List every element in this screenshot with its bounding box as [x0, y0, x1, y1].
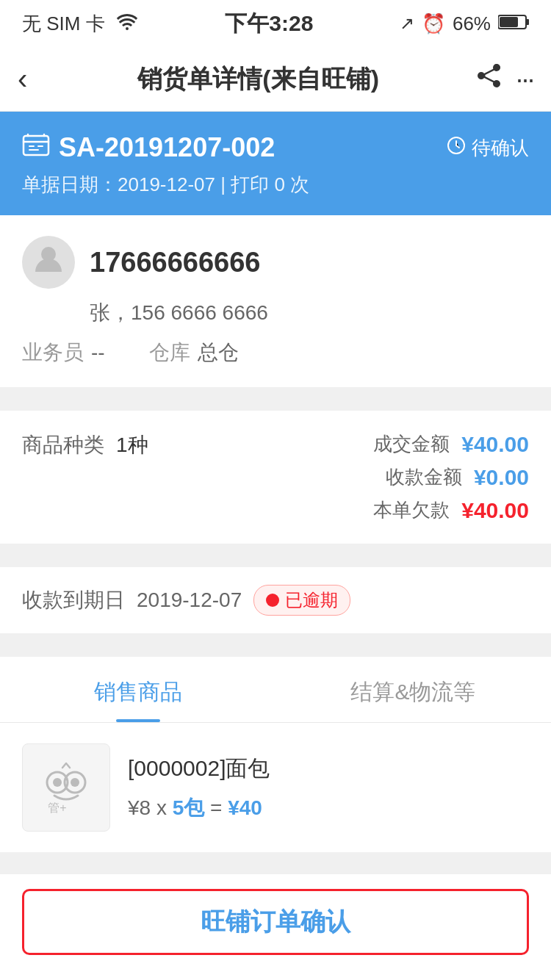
product-type-count: 1种: [116, 431, 148, 459]
customer-phone: 17666666666: [90, 247, 260, 278]
order-id-row: SA-20191207-002 待确认: [22, 132, 529, 163]
product-list: 管+ [0000002]面包 ¥8 x 5包 = ¥40: [0, 723, 551, 852]
order-number: SA-20191207-002: [59, 132, 275, 163]
overdue-badge: 已逾期: [253, 585, 350, 616]
divider-3: [0, 645, 551, 657]
avatar: [22, 236, 75, 289]
product-row: 管+ [0000002]面包 ¥8 x 5包 = ¥40: [22, 743, 529, 832]
status-text: 待确认: [472, 135, 529, 161]
deal-amount-row: 成交金额 ¥40.00: [373, 431, 529, 457]
more-icon[interactable]: ···: [516, 64, 533, 95]
svg-text:管+: 管+: [48, 801, 66, 813]
status-bar: 无 SIM 卡 下午3:28 ↗ ⏰ 66%: [0, 0, 551, 47]
order-status: 待确认: [447, 135, 529, 161]
order-date: 单据日期：2019-12-07 | 打印 0 次: [22, 172, 529, 198]
owed-value: ¥40.00: [461, 498, 529, 523]
svg-rect-1: [526, 19, 529, 25]
collected-amount-row: 收款金额 ¥0.00: [386, 464, 529, 490]
collected-value: ¥0.00: [474, 465, 529, 490]
order-id: SA-20191207-002: [22, 132, 275, 163]
customer-section: 17666666666 张，156 6666 6666 业务员 -- 仓库 总仓: [0, 215, 551, 387]
customer-meta: 业务员 -- 仓库 总仓: [22, 339, 529, 367]
status-left: 无 SIM 卡: [22, 11, 139, 37]
overdue-text: 已逾期: [285, 588, 338, 612]
sales-rep-value: --: [91, 341, 105, 364]
time-display: 下午3:28: [225, 9, 313, 39]
tabs-bar: 销售商品 结算&物流等: [0, 657, 551, 723]
alarm-icon: ⏰: [422, 12, 445, 35]
product-details: [0000002]面包 ¥8 x 5包 = ¥40: [128, 754, 529, 822]
warehouse-label: 仓库: [149, 339, 190, 367]
carrier-label: 无 SIM 卡: [22, 11, 105, 37]
nav-actions: ···: [478, 64, 533, 95]
summary-row: 商品种类 1种 成交金额 ¥40.00 收款金额 ¥0.00 本单欠款 ¥40.…: [22, 431, 529, 523]
tabs-section: 销售商品 结算&物流等 管+ [0000002]面包: [0, 657, 551, 852]
customer-row: 17666666666: [22, 236, 529, 289]
bottom-bar: 旺铺订单确认: [0, 874, 551, 980]
warehouse-item: 仓库 总仓: [149, 339, 239, 367]
tab-products[interactable]: 销售商品: [0, 657, 276, 722]
owed-amount-row: 本单欠款 ¥40.00: [373, 497, 529, 523]
product-type-label: 商品种类: [22, 431, 104, 459]
warehouse-value: 总仓: [198, 339, 239, 367]
product-thumbnail: 管+: [22, 743, 110, 832]
status-right: ↗ ⏰ 66%: [400, 12, 529, 35]
owed-label: 本单欠款: [373, 497, 450, 523]
location-icon: ↗: [400, 13, 414, 34]
overdue-dot-icon: [266, 594, 279, 607]
confirm-order-button[interactable]: 旺铺订单确认: [22, 889, 529, 955]
due-date-value: 2019-12-07: [137, 588, 242, 612]
page-title: 销货单详情(来自旺铺): [39, 62, 478, 96]
due-date-section: 收款到期日 2019-12-07 已逾期: [0, 567, 551, 633]
deal-amount-label: 成交金额: [373, 431, 450, 457]
tab-settlement[interactable]: 结算&物流等: [276, 657, 551, 722]
product-calculation: ¥8 x 5包 = ¥40: [128, 794, 529, 822]
svg-rect-3: [24, 136, 48, 155]
svg-point-9: [71, 778, 79, 787]
customer-name: 张，156 6666 6666: [22, 299, 529, 327]
deal-amount-value: ¥40.00: [461, 432, 529, 457]
person-icon: [32, 242, 65, 282]
battery-icon: [498, 12, 529, 35]
battery-label: 66%: [453, 12, 491, 35]
sales-rep-label: 业务员: [22, 339, 84, 367]
product-type-block: 商品种类 1种: [22, 431, 148, 459]
sales-rep-item: 业务员 --: [22, 339, 105, 367]
order-header: SA-20191207-002 待确认 单据日期：2019-12-07 | 打印…: [0, 112, 551, 215]
collected-label: 收款金额: [386, 464, 462, 490]
divider-2: [0, 555, 551, 567]
svg-point-8: [53, 778, 62, 787]
amounts-block: 成交金额 ¥40.00 收款金额 ¥0.00 本单欠款 ¥40.00: [373, 431, 529, 523]
divider-1: [0, 399, 551, 411]
clock-icon: [447, 136, 466, 160]
svg-rect-2: [500, 17, 518, 27]
nav-bar: ‹ 销货单详情(来自旺铺) ···: [0, 47, 551, 112]
product-name: [0000002]面包: [128, 754, 529, 784]
wifi-icon: [115, 12, 139, 35]
back-button[interactable]: ‹: [18, 62, 39, 96]
summary-section: 商品种类 1种 成交金额 ¥40.00 收款金额 ¥0.00 本单欠款 ¥40.…: [0, 411, 551, 544]
order-type-icon: [22, 132, 50, 163]
due-date-label: 收款到期日: [22, 586, 125, 614]
share-icon[interactable]: [478, 64, 501, 95]
